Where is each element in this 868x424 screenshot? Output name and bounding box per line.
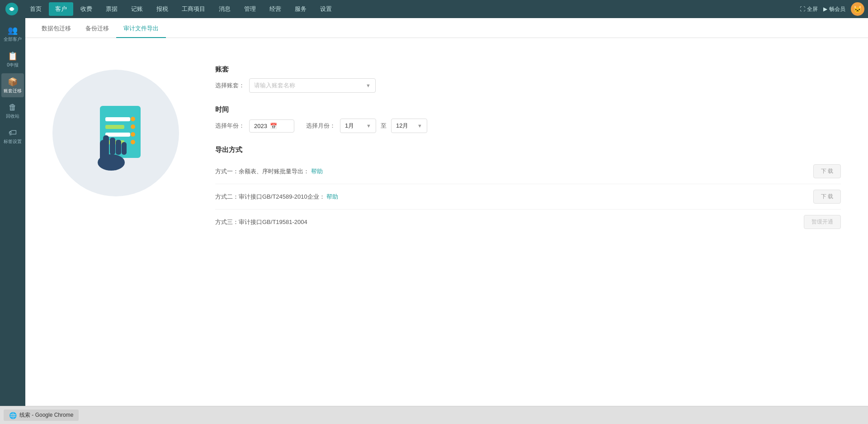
svg-rect-4 [105, 125, 124, 129]
sidebar-item-migration[interactable]: 📦 账套迁移 [1, 73, 24, 97]
time-section: 时间 选择年份： 2023 📅 选择月份： 1月 ▼ 至 [215, 105, 841, 133]
fullscreen-icon: ⛶ [800, 6, 805, 12]
sidebar-item-tags[interactable]: 🏷 标签设置 [1, 124, 24, 148]
export-method-2-help-link[interactable]: 帮助 [326, 193, 338, 200]
nav-menu: 首页 客户 收费 票据 记账 报税 工商项目 消息 管理 经营 服务 设置 [24, 2, 338, 16]
time-row: 选择年份： 2023 📅 选择月份： 1月 ▼ 至 12月 [215, 119, 841, 133]
export-method-2-row: 方式二：审计接口GB/T24589-2010企业： 帮助 下 载 [215, 184, 841, 210]
to-separator: 至 [381, 122, 387, 130]
chrome-icon: 🌐 [9, 412, 17, 419]
declare-icon: 📋 [8, 51, 18, 61]
tab-audit-export[interactable]: 审计文件导出 [116, 20, 166, 38]
member-button[interactable]: ▶ 畅会员 [823, 5, 845, 13]
svg-rect-14 [110, 138, 115, 155]
svg-point-9 [131, 132, 135, 137]
tabs-bar: 数据包迁移 备份迁移 审计文件导出 [25, 18, 868, 38]
account-select-placeholder: 请输入账套名称 [254, 81, 295, 90]
avatar[interactable]: 🐱 [851, 2, 864, 16]
tab-data-migration[interactable]: 数据包迁移 [34, 20, 78, 38]
export-section: 导出方式 方式一：余额表、序时账批量导出： 帮助 下 载 方式二：审计接口GB/… [215, 146, 841, 234]
nav-settings[interactable]: 设置 [314, 2, 338, 16]
export-method-1-row: 方式一：余额表、序时账批量导出： 帮助 下 载 [215, 159, 841, 184]
top-nav: 首页 客户 收费 票据 记账 报税 工商项目 消息 管理 经营 服务 设置 ⛶ … [0, 0, 868, 18]
migration-icon: 📦 [8, 77, 18, 87]
month-from-chevron-icon: ▼ [366, 123, 371, 129]
svg-rect-5 [105, 133, 130, 137]
sidebar-label-recycle: 回收站 [6, 114, 19, 119]
svg-rect-3 [105, 117, 130, 121]
nav-tax[interactable]: 报税 [150, 2, 175, 16]
svg-point-8 [131, 124, 135, 129]
illustration-svg [75, 92, 156, 174]
sidebar-label-zero-declare: 0申报 [7, 62, 19, 68]
nav-customer[interactable]: 客户 [49, 2, 73, 16]
app-logo [4, 1, 20, 17]
export-method-1-label: 方式一：余额表、序时账批量导出： 帮助 [215, 167, 323, 176]
recycle-icon: 🗑 [9, 103, 17, 112]
sidebar-label-tags: 标签设置 [4, 139, 22, 144]
month-to-value: 12月 [396, 122, 408, 130]
year-input[interactable]: 2023 📅 [249, 119, 294, 133]
nav-bookkeeping[interactable]: 记账 [125, 2, 149, 16]
sidebar-label-migration: 账套迁移 [4, 88, 22, 94]
export-method-3-label: 方式三：审计接口GB/T19581-2004 [215, 218, 307, 226]
sidebar-item-all-customers[interactable]: 👥 全部客户 [1, 22, 24, 46]
content-area: 数据包迁移 备份迁移 审计文件导出 [25, 18, 868, 424]
nav-message[interactable]: 消息 [212, 2, 237, 16]
time-title: 时间 [215, 105, 841, 114]
nav-right: ⛶ 全屏 ▶ 畅会员 🐱 [800, 2, 864, 16]
export-method-3-row: 方式三：审计接口GB/T19581-2004 暂缓开通 [215, 210, 841, 234]
account-select-row: 选择账套： 请输入账套名称 ▼ [215, 78, 841, 93]
export-method-1-help-link[interactable]: 帮助 [311, 168, 323, 175]
month-from-select[interactable]: 1月 ▼ [340, 119, 376, 133]
svg-rect-13 [103, 135, 109, 153]
svg-point-1 [10, 7, 14, 11]
svg-point-7 [131, 117, 135, 121]
account-select-dropdown[interactable]: 请输入账套名称 ▼ [249, 78, 376, 93]
month-to-select[interactable]: 12月 ▼ [391, 119, 427, 133]
month-to-chevron-icon: ▼ [417, 123, 422, 129]
nav-billing[interactable]: 收费 [74, 2, 99, 16]
sidebar-label-all-customers: 全部客户 [4, 37, 22, 42]
export-method-1-download-button[interactable]: 下 载 [813, 164, 841, 178]
export-title: 导出方式 [215, 146, 841, 154]
account-select-chevron-icon: ▼ [366, 83, 371, 88]
nav-operations[interactable]: 经营 [263, 2, 288, 16]
member-label: 畅会员 [829, 5, 845, 13]
member-icon: ▶ [823, 6, 827, 12]
main-layout: 👥 全部客户 📋 0申报 📦 账套迁移 🗑 回收站 🏷 标签设置 数据包迁移 备… [0, 18, 868, 424]
taskbar-chrome-item[interactable]: 🌐 线索 - Google Chrome [4, 410, 79, 421]
illustration [52, 70, 179, 196]
month-from-value: 1月 [345, 122, 354, 130]
svg-point-10 [131, 140, 135, 144]
sidebar-item-zero-declare[interactable]: 📋 0申报 [1, 48, 24, 71]
tags-icon: 🏷 [9, 128, 17, 138]
nav-invoice[interactable]: 票据 [99, 2, 124, 16]
svg-rect-15 [116, 140, 121, 155]
export-method-2-label: 方式二：审计接口GB/T24589-2010企业： 帮助 [215, 193, 338, 201]
taskbar: 🌐 线索 - Google Chrome [0, 406, 868, 424]
nav-business[interactable]: 工商项目 [175, 2, 212, 16]
tab-backup-migration[interactable]: 备份迁移 [78, 20, 116, 38]
form-side: 账套 选择账套： 请输入账套名称 ▼ 时间 选择年份： [215, 56, 841, 234]
year-label: 选择年份： [215, 122, 245, 130]
sidebar: 👥 全部客户 📋 0申报 📦 账套迁移 🗑 回收站 🏷 标签设置 [0, 18, 25, 424]
nav-service[interactable]: 服务 [288, 2, 313, 16]
fullscreen-button[interactable]: ⛶ 全屏 [800, 5, 818, 13]
month-label: 选择月份： [306, 122, 335, 130]
account-section: 账套 选择账套： 请输入账套名称 ▼ [215, 65, 841, 93]
nav-manage[interactable]: 管理 [238, 2, 262, 16]
year-value: 2023 [254, 123, 267, 129]
account-select-label: 选择账套： [215, 81, 245, 90]
calendar-icon: 📅 [270, 123, 277, 129]
taskbar-chrome-label: 线索 - Google Chrome [19, 411, 73, 419]
sidebar-item-recycle[interactable]: 🗑 回收站 [1, 99, 24, 123]
fullscreen-label: 全屏 [807, 5, 818, 13]
export-method-3-pending-button: 暂缓开通 [804, 215, 841, 229]
nav-home[interactable]: 首页 [24, 2, 48, 16]
account-title: 账套 [215, 65, 841, 74]
customers-icon: 👥 [8, 25, 18, 35]
svg-rect-16 [122, 142, 127, 155]
page-content: 账套 选择账套： 请输入账套名称 ▼ 时间 选择年份： [25, 38, 868, 424]
export-method-2-download-button[interactable]: 下 载 [813, 190, 841, 204]
